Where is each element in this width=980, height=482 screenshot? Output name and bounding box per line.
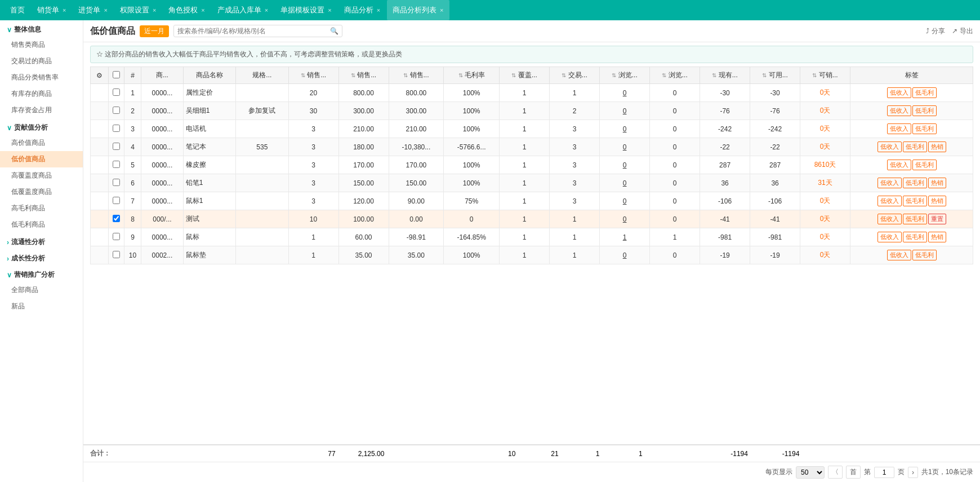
cell-browse1[interactable]: 0 [600, 102, 650, 120]
nav-close-icon[interactable]: × [201, 7, 204, 14]
nav-close-icon[interactable]: × [440, 7, 443, 14]
sidebar-item-商品分类销售率[interactable]: 商品分类销售率 [0, 69, 83, 86]
row-checkbox[interactable] [113, 107, 120, 114]
sidebar-item-高价值商品[interactable]: 高价值商品 [0, 135, 83, 151]
cell-settings[interactable] [91, 228, 109, 246]
sidebar-group-贡献值分析[interactable]: ∨ 贡献值分析 [0, 118, 83, 135]
nav-close-icon[interactable]: × [265, 7, 268, 14]
row-checkbox[interactable] [113, 251, 120, 258]
page-prev-btn[interactable]: 首 [846, 466, 861, 479]
cell-browse1[interactable]: 0 [600, 156, 650, 174]
nav-item-首页[interactable]: 首页 [5, 0, 30, 20]
sidebar-item-有库存的商品[interactable]: 有库存的商品 [0, 86, 83, 102]
nav-item-进货单[interactable]: 进货单× [73, 0, 113, 20]
nav-item-角色授权[interactable]: 角色授权× [163, 0, 210, 20]
col-settings[interactable]: ⚙ [91, 67, 109, 84]
check-all-checkbox[interactable] [113, 71, 120, 78]
export-button[interactable]: ↗ 导出 [952, 26, 973, 36]
sidebar-group-流通性分析[interactable]: › 流通性分析 [0, 233, 83, 249]
cell-check[interactable] [109, 102, 124, 120]
cell-check[interactable] [109, 138, 124, 156]
nav-close-icon[interactable]: × [104, 7, 107, 14]
row-checkbox[interactable] [113, 179, 120, 186]
row-checkbox[interactable] [113, 143, 120, 150]
cell-browse1[interactable]: 0 [600, 174, 650, 192]
col-check-all[interactable] [109, 67, 124, 84]
sidebar-item-高毛利商品[interactable]: 高毛利商品 [0, 200, 83, 216]
nav-close-icon[interactable]: × [153, 7, 156, 14]
nav-item-销货单[interactable]: 销货单× [32, 0, 72, 20]
browse1-link[interactable]: 0 [623, 161, 627, 169]
cell-settings[interactable] [91, 84, 109, 102]
row-checkbox[interactable] [113, 197, 120, 204]
cell-settings[interactable] [91, 192, 109, 210]
cell-settings[interactable] [91, 102, 109, 120]
sidebar-group-营销推广分析[interactable]: ∨ 营销推广分析 [0, 266, 83, 282]
page-next-btn[interactable]: › [908, 467, 918, 478]
page-first-btn[interactable]: 〈 [828, 466, 843, 479]
cell-browse1[interactable]: 0 [600, 138, 650, 156]
cell-check[interactable] [109, 84, 124, 102]
cell-browse1[interactable]: 1 [600, 228, 650, 246]
browse1-link[interactable]: 1 [623, 233, 627, 241]
browse1-link[interactable]: 0 [623, 197, 627, 205]
sidebar-item-新品[interactable]: 新品 [0, 298, 83, 315]
per-page-select[interactable]: 50 100 [796, 466, 825, 479]
nav-item-权限设置[interactable]: 权限设置× [114, 0, 162, 20]
browse1-link[interactable]: 0 [623, 89, 627, 97]
nav-item-商品分析列表[interactable]: 商品分析列表× [387, 0, 449, 20]
cell-check[interactable] [109, 246, 124, 264]
sidebar-item-销售类商品[interactable]: 销售类商品 [0, 37, 83, 53]
sidebar-group-整体信息[interactable]: ∨ 整体信息 [0, 20, 83, 37]
cell-settings[interactable] [91, 174, 109, 192]
cell-browse1[interactable]: 0 [600, 192, 650, 210]
cell-browse1[interactable]: 0 [600, 246, 650, 264]
cell-check[interactable] [109, 192, 124, 210]
cell-browse1[interactable]: 0 [600, 84, 650, 102]
sidebar-group-成长性分析[interactable]: › 成长性分析 [0, 249, 83, 266]
browse1-link[interactable]: 0 [623, 107, 627, 115]
row-checkbox[interactable] [113, 125, 120, 132]
browse1-link[interactable]: 0 [623, 125, 627, 133]
cell-check[interactable] [109, 156, 124, 174]
cell-browse1[interactable]: 0 [600, 120, 650, 138]
cell-check[interactable] [109, 120, 124, 138]
cell-check[interactable] [109, 174, 124, 192]
cell-check[interactable] [109, 228, 124, 246]
sidebar-item-高覆盖度商品[interactable]: 高覆盖度商品 [0, 167, 83, 184]
search-input[interactable] [177, 27, 330, 35]
browse1-link[interactable]: 0 [623, 143, 627, 151]
sidebar-item-交易过的商品[interactable]: 交易过的商品 [0, 53, 83, 69]
cell-browse1[interactable]: 0 [600, 210, 650, 228]
nav-close-icon[interactable]: × [377, 7, 380, 14]
nav-close-icon[interactable]: × [63, 7, 66, 14]
nav-item-产成品入库单[interactable]: 产成品入库单× [212, 0, 274, 20]
browse1-link[interactable]: 0 [623, 215, 627, 223]
sidebar-item-库存资金占用[interactable]: 库存资金占用 [0, 102, 83, 118]
cell-settings[interactable] [91, 138, 109, 156]
sidebar-item-低毛利商品[interactable]: 低毛利商品 [0, 216, 83, 233]
row-checkbox[interactable] [113, 161, 120, 168]
page-number-input[interactable] [874, 467, 894, 478]
nav-item-商品分析[interactable]: 商品分析× [338, 0, 386, 20]
row-checkbox[interactable] [113, 233, 120, 240]
cell-settings[interactable] [91, 210, 109, 228]
browse1-link[interactable]: 0 [623, 251, 627, 259]
share-button[interactable]: ⤴ 分享 [926, 26, 945, 36]
cell-settings[interactable] [91, 156, 109, 174]
sidebar-item-低覆盖度商品[interactable]: 低覆盖度商品 [0, 184, 83, 200]
cell-check[interactable] [109, 210, 124, 228]
row-checkbox[interactable] [113, 215, 120, 222]
search-icon[interactable]: 🔍 [330, 27, 338, 35]
tag-低毛利: 低毛利 [903, 232, 927, 242]
cell-settings[interactable] [91, 120, 109, 138]
sidebar-item-全部商品[interactable]: 全部商品 [0, 282, 83, 298]
nav-item-单据模板设置[interactable]: 单据模板设置× [275, 0, 337, 20]
tab-recent-month[interactable]: 近一月 [140, 25, 169, 37]
browse1-link[interactable]: 0 [623, 179, 627, 187]
nav-close-icon[interactable]: × [328, 7, 331, 14]
sidebar-item-低价值商品[interactable]: 低价值商品 [0, 151, 83, 167]
cell-settings[interactable] [91, 246, 109, 264]
cell-sale-amount: 170.00 [389, 156, 444, 174]
row-checkbox[interactable] [113, 89, 120, 96]
